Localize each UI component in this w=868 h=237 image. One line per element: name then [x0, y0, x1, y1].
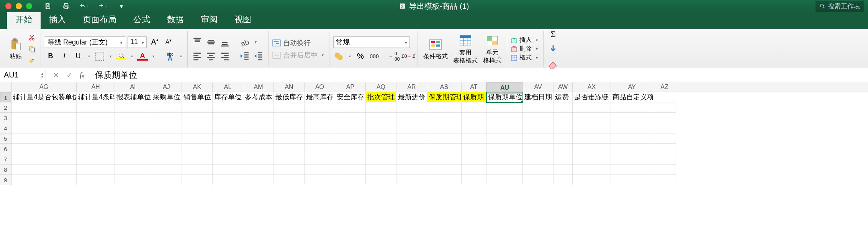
cell-AL5[interactable]	[213, 133, 243, 144]
cell-AK2[interactable]	[182, 102, 213, 113]
cell-AM5[interactable]	[243, 133, 274, 144]
row-header-1[interactable]: 1	[0, 92, 11, 104]
col-header-AO[interactable]: AO	[305, 82, 335, 92]
cell-AL9[interactable]	[213, 175, 243, 185]
cell-AU1[interactable]: 保质期单位	[486, 92, 523, 102]
align-middle-icon[interactable]	[205, 37, 217, 48]
cell-AL1[interactable]: 库存单位	[213, 92, 243, 102]
cell-AK8[interactable]	[182, 165, 213, 175]
cell-AT8[interactable]	[462, 165, 486, 175]
cell-AY9[interactable]	[611, 175, 653, 185]
name-box[interactable]: AU1 ▲▼	[0, 68, 46, 82]
cell-AN2[interactable]	[274, 102, 305, 113]
cell-AT9[interactable]	[462, 175, 486, 185]
cell-AJ8[interactable]	[151, 165, 182, 175]
cell-AI3[interactable]	[115, 113, 151, 123]
cell-AT4[interactable]	[462, 123, 486, 133]
cell-AW9[interactable]	[554, 175, 573, 185]
cell-AM6[interactable]	[243, 144, 274, 154]
cell-AJ7[interactable]	[151, 154, 182, 165]
cell-AV8[interactable]	[523, 165, 554, 175]
cell-AV3[interactable]	[523, 113, 554, 123]
underline-dropdown[interactable]	[86, 54, 92, 58]
cell-AP9[interactable]	[335, 175, 366, 185]
format-painter-icon[interactable]	[27, 56, 37, 65]
cell-AK7[interactable]	[182, 154, 213, 165]
cell-AX3[interactable]	[573, 113, 611, 123]
cell-AN5[interactable]	[274, 133, 305, 144]
cell-AH5[interactable]	[77, 133, 115, 144]
cell-AI4[interactable]	[115, 123, 151, 133]
fx-icon[interactable]: fx	[80, 71, 84, 79]
cell-AJ3[interactable]	[151, 113, 182, 123]
autosum-icon[interactable]: Σ	[547, 29, 559, 40]
cell-AY2[interactable]	[611, 102, 653, 113]
cell-AP7[interactable]	[335, 154, 366, 165]
cell-AR7[interactable]	[396, 154, 427, 165]
cell-AY6[interactable]	[611, 144, 653, 154]
cell-AK9[interactable]	[182, 175, 213, 185]
cell-AH1[interactable]: 辅计量4条码	[77, 92, 115, 102]
cell-AN4[interactable]	[274, 123, 305, 133]
cell-AI7[interactable]	[115, 154, 151, 165]
cell-AW4[interactable]	[554, 123, 573, 133]
cell-AT6[interactable]	[462, 144, 486, 154]
cell-AQ2[interactable]	[366, 102, 396, 113]
font-size-select[interactable]: 11	[128, 36, 147, 48]
accounting-format-icon[interactable]	[333, 51, 345, 62]
number-format-select[interactable]: 常规	[333, 36, 410, 48]
cell-AR1[interactable]: 最新进价	[396, 92, 427, 102]
format-cells-button[interactable]: 格式	[511, 54, 539, 62]
cell-AS7[interactable]	[427, 154, 462, 165]
cell-AJ2[interactable]	[151, 102, 182, 113]
cell-AZ7[interactable]	[653, 154, 676, 165]
cell-AO7[interactable]	[305, 154, 335, 165]
tab-公式[interactable]: 公式	[125, 11, 159, 29]
col-header-AI[interactable]: AI	[115, 82, 151, 92]
cell-AO2[interactable]	[305, 102, 335, 113]
cell-AH8[interactable]	[77, 165, 115, 175]
cell-AH4[interactable]	[77, 123, 115, 133]
cell-AO4[interactable]	[305, 123, 335, 133]
cell-AW6[interactable]	[554, 144, 573, 154]
cell-AG6[interactable]	[11, 144, 77, 154]
cell-AM4[interactable]	[243, 123, 274, 133]
cell-AM3[interactable]	[243, 113, 274, 123]
cell-AI2[interactable]	[115, 102, 151, 113]
cell-AW7[interactable]	[554, 154, 573, 165]
row-header-7[interactable]: 7	[0, 154, 11, 165]
cell-AG7[interactable]	[11, 154, 77, 165]
cell-AX1[interactable]: 是否走冻链	[573, 92, 611, 102]
cell-AZ9[interactable]	[653, 175, 676, 185]
decrease-decimal-icon[interactable]: .00→.0	[402, 51, 414, 62]
cell-AL8[interactable]	[213, 165, 243, 175]
cell-AL2[interactable]	[213, 102, 243, 113]
cell-AZ1[interactable]	[653, 92, 676, 102]
cell-AK5[interactable]	[182, 133, 213, 144]
undo-icon[interactable]	[80, 2, 90, 10]
cell-AW5[interactable]	[554, 133, 573, 144]
qat-customize-icon[interactable]: ▾	[116, 2, 126, 10]
cell-AN9[interactable]	[274, 175, 305, 185]
cell-AG5[interactable]	[11, 133, 77, 144]
cell-AM2[interactable]	[243, 102, 274, 113]
orientation-dropdown[interactable]	[253, 40, 258, 44]
cell-AK3[interactable]	[182, 113, 213, 123]
cell-AR4[interactable]	[396, 123, 427, 133]
close-window-button[interactable]	[5, 3, 11, 9]
spreadsheet-grid[interactable]: AGAHAIAJAKALAMANAOAPAQARASATAUAVAWAXAYAZ…	[0, 82, 868, 185]
cell-AY8[interactable]	[611, 165, 653, 175]
cell-AZ8[interactable]	[653, 165, 676, 175]
cell-AL7[interactable]	[213, 154, 243, 165]
zoom-window-button[interactable]	[26, 3, 32, 9]
cell-AT2[interactable]	[462, 102, 486, 113]
cell-AU5[interactable]	[486, 133, 523, 144]
cell-AY7[interactable]	[611, 154, 653, 165]
col-header-AR[interactable]: AR	[396, 82, 427, 92]
cell-AX4[interactable]	[573, 123, 611, 133]
insert-cells-button[interactable]: 插入	[511, 36, 539, 44]
cell-AS2[interactable]	[427, 102, 462, 113]
accounting-dropdown[interactable]	[347, 54, 352, 58]
align-top-icon[interactable]	[192, 37, 203, 48]
cell-AJ4[interactable]	[151, 123, 182, 133]
